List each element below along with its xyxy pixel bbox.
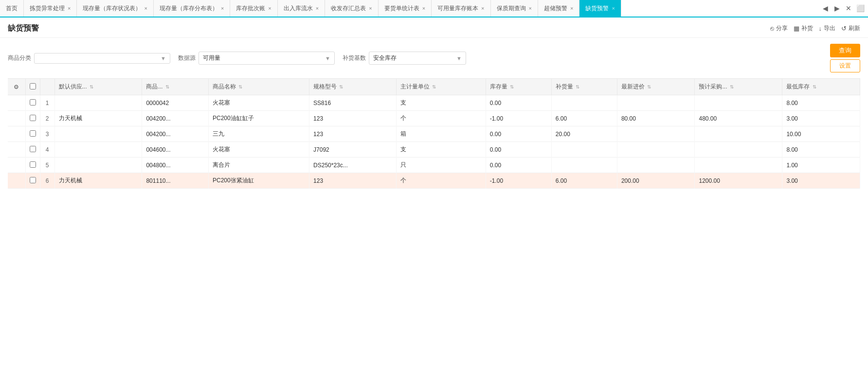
tab-stock-status[interactable]: 现存量（库存状况表） × [77,0,153,17]
row-checkbox-cell-5[interactable] [25,173,40,189]
col-unit[interactable]: 主计量单位 ⇅ [396,79,486,95]
sort-min-stock-icon: ⇅ [813,84,816,89]
tab-nav-prev[interactable]: ◀ [819,2,831,14]
row-spec-model-1: 123 [309,111,397,126]
tab-close-shortage-warning[interactable]: × [612,5,615,11]
col-spec-model[interactable]: 规格型号 ⇅ [309,79,397,95]
row-min-stock-3: 8.00 [782,142,860,158]
filter-datasource-group: 数据源 可用量 ▼ [178,52,335,65]
row-gear-3 [8,142,25,158]
row-unit-4: 只 [396,158,486,173]
row-checkbox-cell-1[interactable] [25,111,40,126]
shortage-table: ⚙ 默认供应... ⇅ 商品... ⇅ 商品名称 [8,78,860,189]
replenish-icon: ▦ [794,25,799,32]
row-replenish-qty-4 [551,158,617,173]
page-content: 缺货预警 ⎋ 分享 ▦ 补货 ↓ 导出 ↺ 刷新 商品分类 [0,18,868,387]
filter-replenish-basis-group: 补货基数 安全库存 ▼ [343,52,466,65]
row-gear-5 [8,173,25,189]
tab-in-out-flow[interactable]: 出入库流水 × [278,0,325,17]
row-checkbox-1[interactable] [30,115,36,121]
sort-product-code-icon: ⇅ [165,84,169,89]
sort-replenish-qty-icon: ⇅ [576,84,579,89]
row-checkbox-5[interactable] [30,177,36,183]
row-spec-model-3: J7092 [309,142,397,158]
tab-available-ledger[interactable]: 可用量库存账本 × [432,0,490,17]
tab-demand-stats[interactable]: 要货单统计表 × [379,0,432,17]
tab-stock-dist[interactable]: 现存量（库存分布表） × [154,0,230,17]
header-actions: ⎋ 分享 ▦ 补货 ↓ 导出 ↺ 刷新 [770,24,861,33]
row-checkbox-3[interactable] [30,146,36,152]
col-default-supplier[interactable]: 默认供应... ⇅ [54,79,142,95]
row-product-code-3: 004600... [142,142,209,158]
row-checkbox-cell-2[interactable] [25,126,40,142]
row-checkbox-2[interactable] [30,130,36,137]
tab-overstock-warning[interactable]: 超储预警 × [538,0,579,17]
row-checkbox-cell-4[interactable] [25,158,40,173]
row-spec-model-5: 123 [309,173,397,189]
col-gear[interactable]: ⚙ [8,79,25,95]
tab-shortage-warning[interactable]: 缺货预警 × [579,0,621,17]
category-select[interactable]: ▼ [34,53,170,64]
row-supplier-3 [54,142,142,158]
row-replenish-qty-5: 6.00 [551,173,617,189]
tab-nav-close-others[interactable]: ✕ [843,2,854,14]
table-wrapper: ⚙ 默认供应... ⇅ 商品... ⇅ 商品名称 [0,78,868,189]
share-button[interactable]: ⎋ 分享 [770,24,788,33]
datasource-select[interactable]: 可用量 ▼ [199,52,335,65]
row-supplier-0 [54,95,142,111]
tab-close-stock-dist[interactable]: × [221,5,224,11]
col-product-name[interactable]: 商品名称 ⇅ [208,79,309,95]
replenish-button[interactable]: ▦ 补货 [794,24,813,33]
sort-product-name-icon: ⇅ [238,84,242,89]
tab-nav-maximize[interactable]: ⬜ [854,2,866,14]
row-min-stock-0: 8.00 [782,95,860,111]
col-latest-price[interactable]: 最新进价 ⇅ [617,79,695,95]
gear-icon[interactable]: ⚙ [14,84,19,90]
filter-actions: 查询 设置 [830,44,860,72]
query-button[interactable]: 查询 [830,44,860,57]
tab-batch-account[interactable]: 库存批次账 × [230,0,277,17]
tab-close-receive-summary[interactable]: × [369,5,372,11]
row-product-name-3: 火花塞 [208,142,309,158]
col-stock-qty[interactable]: 库存量 ⇅ [486,79,551,95]
table-row: 6 力天机械 801110... PC200张紧油缸 123 个 -1.00 6… [8,173,860,189]
col-est-purchase[interactable]: 预计采购... ⇅ [695,79,782,95]
col-checkbox-header[interactable] [25,79,40,95]
col-replenish-qty[interactable]: 补货量 ⇅ [551,79,617,95]
table-row: 5 004800... 离合片 DS250*23c... 只 0.00 1.00 [8,158,860,173]
tab-expiry-query[interactable]: 保质期查询 × [491,0,538,17]
tab-receive-summary[interactable]: 收发存汇总表 × [325,0,378,17]
row-min-stock-5: 3.00 [782,173,860,189]
row-checkbox-0[interactable] [30,99,36,106]
tab-close-defect-handling[interactable]: × [68,5,71,11]
row-product-code-4: 004800... [142,158,209,173]
tab-close-overstock-warning[interactable]: × [570,5,573,11]
settings-button[interactable]: 设置 [830,59,860,72]
tab-close-stock-status[interactable]: × [144,5,147,11]
filter-bar: 商品分类 ▼ 数据源 可用量 ▼ 补货基数 安全库存 ▼ 查询 设置 [0,38,868,78]
tab-home[interactable]: 首页 [0,0,24,17]
col-product-code[interactable]: 商品... ⇅ [142,79,209,95]
sort-supplier-icon: ⇅ [90,84,93,89]
row-checkbox-cell-3[interactable] [25,142,40,158]
row-spec-model-0: SS816 [309,95,397,111]
row-checkbox-cell-0[interactable] [25,95,40,111]
row-product-code-0: 0000042 [142,95,209,111]
export-button[interactable]: ↓ 导出 [819,24,836,33]
tab-close-expiry-query[interactable]: × [529,5,532,11]
row-supplier-1: 力天机械 [54,111,142,126]
tab-nav-next[interactable]: ▶ [831,2,843,14]
tab-close-demand-stats[interactable]: × [422,5,425,11]
refresh-button[interactable]: ↺ 刷新 [841,24,860,33]
row-latest-price-3 [617,142,695,158]
table-row: 1 0000042 火花塞 SS816 支 0.00 8.00 [8,95,860,111]
tab-close-available-ledger[interactable]: × [481,5,484,11]
row-checkbox-4[interactable] [30,161,36,168]
tab-close-in-out-flow[interactable]: × [316,5,319,11]
replenish-basis-select[interactable]: 安全库存 ▼ [369,52,466,65]
tab-defect-handling[interactable]: 拣货异常处理 × [24,0,77,17]
tab-close-batch-account[interactable]: × [268,5,271,11]
row-est-purchase-5: 1200.00 [695,173,782,189]
col-min-stock[interactable]: 最低库存 ⇅ [782,79,860,95]
select-all-checkbox[interactable] [30,83,36,89]
